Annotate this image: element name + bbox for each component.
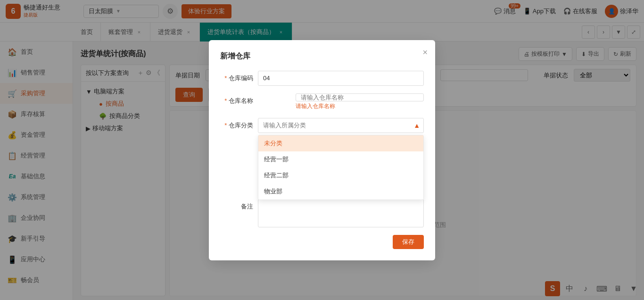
dropdown-item-ops2[interactable]: 经营二部	[258, 167, 423, 183]
warehouse-cat-input[interactable]	[258, 118, 424, 133]
form-row-category: 仓库分类 ▲ 未分类 经营一部 经营二部 物业部	[220, 118, 424, 133]
warehouse-cat-label: 仓库分类	[220, 118, 258, 133]
warehouse-code-input[interactable]	[258, 71, 424, 86]
dropdown-item-property[interactable]: 物业部	[258, 183, 423, 200]
save-button[interactable]: 保存	[393, 235, 424, 249]
form-row-code: 仓库编码	[220, 71, 424, 86]
form-row-name: 仓库名称 请输入仓库名称	[220, 93, 424, 110]
modal-title: 新增仓库	[220, 51, 424, 61]
warehouse-name-input[interactable]	[296, 93, 424, 101]
modal-footer: 保存	[220, 235, 424, 249]
category-arrow-icon[interactable]: ▲	[413, 122, 420, 129]
warehouse-code-label: 仓库编码	[220, 71, 258, 86]
category-input-wrap: ▲ 未分类 经营一部 经营二部 物业部	[258, 118, 424, 133]
warehouse-name-error: 请输入仓库名称	[296, 102, 424, 110]
warehouse-name-label: 仓库名称	[220, 93, 258, 108]
modal-overlay[interactable]: 新增仓库 × 仓库编码 仓库名称 请输入仓库名称 仓库分类 ▲	[0, 0, 644, 300]
modal-close-icon[interactable]: ×	[422, 48, 428, 58]
notes-input[interactable]	[258, 199, 424, 227]
notes-label: 备注	[220, 199, 258, 214]
add-warehouse-modal: 新增仓库 × 仓库编码 仓库名称 请输入仓库名称 仓库分类 ▲	[209, 40, 435, 260]
category-dropdown: 未分类 经营一部 经营二部 物业部	[258, 135, 424, 200]
dropdown-item-ops1[interactable]: 经营一部	[258, 151, 423, 167]
form-row-notes: 备注	[220, 199, 424, 227]
dropdown-item-uncategorized[interactable]: 未分类	[258, 135, 423, 151]
